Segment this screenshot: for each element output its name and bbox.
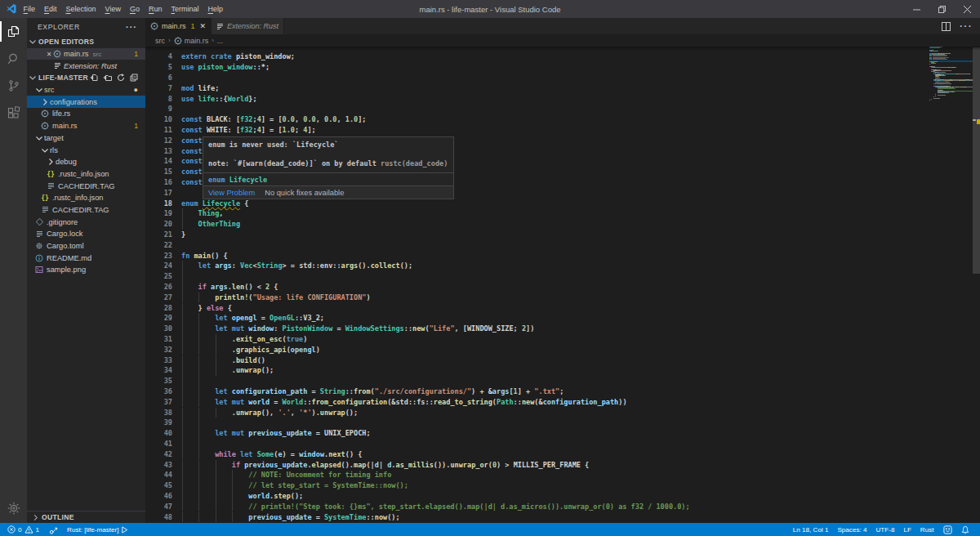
activity-explorer-icon[interactable]	[0, 18, 27, 45]
cursor-position-status[interactable]: Ln 18, Col 1	[788, 526, 833, 534]
open-editor-extension-rust[interactable]: Extension: Rust	[27, 60, 145, 72]
line-number: 39	[145, 418, 172, 428]
line-number: 19	[145, 208, 172, 219]
code-editor[interactable]: 4extern crate piston_window;5use piston_…	[145, 47, 980, 523]
code-line-text: // NOTE: Uncomment for timing info	[181, 470, 391, 480]
tree-item-configurations[interactable]: configurations	[27, 96, 145, 108]
code-line-text: use life::{World};	[181, 94, 257, 105]
open-editors-header[interactable]: OPEN EDITORS	[27, 36, 145, 48]
eol-status[interactable]: LF	[899, 526, 915, 534]
close-tab-icon[interactable]: ✕	[200, 22, 207, 30]
code-line-text: const	[181, 177, 203, 188]
encoding-status[interactable]: UTF-8	[871, 526, 899, 534]
tree-item-readme-md[interactable]: README.md	[27, 252, 145, 264]
notifications-bell[interactable]	[956, 525, 973, 534]
breadcrumb-item[interactable]: ...	[217, 37, 224, 45]
menu-help[interactable]: Help	[203, 0, 228, 18]
more-actions-icon[interactable]: ···	[959, 19, 972, 34]
code-line-text: extern crate piston_window;	[181, 51, 295, 62]
tree-item-rls[interactable]: rls	[27, 144, 145, 156]
tab-label: Extension: Rust	[227, 22, 278, 30]
outline-section-header[interactable]: OUTLINE	[27, 511, 145, 523]
line-number: 17	[145, 188, 172, 199]
tree-item--rustc-info-json[interactable]: {}.rustc_info.json	[27, 168, 145, 181]
language-status[interactable]: Rust: [life-master]	[63, 526, 132, 534]
tree-item-target[interactable]: target	[27, 132, 145, 145]
scrollbar[interactable]	[973, 47, 980, 523]
hover-status-bar: View Problem No quick fixes available	[203, 185, 453, 199]
tree-item-debug[interactable]: debug	[27, 156, 145, 168]
tree-item-cachedir-tag[interactable]: CACHEDIR.TAG	[27, 204, 145, 217]
tab-bar: main.rs1✕Extension: Rust···	[145, 18, 980, 34]
rust-file-icon	[41, 109, 49, 118]
language-mode-status[interactable]: Rust	[915, 526, 938, 534]
tree-item-src[interactable]: src●	[27, 84, 145, 96]
tree-item-cargo-toml[interactable]: Cargo.toml	[27, 240, 145, 252]
menu-file[interactable]: File	[19, 0, 40, 18]
line-number: 44	[145, 470, 172, 480]
hover-note-source: rustc(dead_code)	[381, 159, 448, 168]
open-editor-label: Extension: Rust	[64, 62, 117, 70]
folder-section-header[interactable]: LIFE-MASTER	[27, 72, 145, 84]
activity-extensions-icon[interactable]	[0, 99, 27, 126]
menu-terminal[interactable]: Terminal	[167, 0, 203, 18]
close-window-button[interactable]	[955, 0, 980, 18]
explorer-title-label: EXPLORER	[38, 23, 80, 31]
menu-view[interactable]: View	[100, 0, 125, 18]
new-file-icon[interactable]	[90, 74, 98, 82]
problems-status[interactable]: 0 1	[3, 525, 43, 534]
menu-edit[interactable]: Edit	[40, 0, 62, 18]
code-line-text: .exit_on_esc(true)	[181, 334, 307, 345]
menu-go[interactable]: Go	[125, 0, 144, 18]
menu-run[interactable]: Run	[144, 0, 167, 18]
tree-item-life-rs[interactable]: life.rs	[27, 108, 145, 120]
open-editor-main-rs[interactable]: ✕main.rssrc1	[27, 48, 145, 60]
line-number: 48	[145, 512, 172, 523]
minimap[interactable]	[929, 47, 973, 523]
tree-item-main-rs[interactable]: main.rs1	[27, 120, 145, 132]
refresh-icon[interactable]	[117, 74, 125, 82]
split-editor-icon[interactable]	[942, 22, 951, 31]
menu-selection[interactable]: Selection	[61, 0, 100, 18]
tree-item--rustc-info-json[interactable]: {}.rustc_info.json	[27, 192, 145, 204]
code-line-text: let mut previous_update = UNIX_EPOCH;	[181, 428, 371, 439]
tree-item-cargo-lock[interactable]: Cargo.lock	[27, 228, 145, 240]
feedback-button[interactable]	[938, 525, 956, 534]
scrollbar-slider[interactable]	[973, 47, 980, 274]
tab-extension-rust[interactable]: Extension: Rust	[212, 18, 284, 34]
activity-source-control-icon[interactable]	[0, 72, 27, 99]
new-folder-icon[interactable]	[103, 74, 112, 82]
indent-guide	[182, 271, 183, 282]
minimize-button[interactable]	[904, 0, 929, 18]
line-number: 10	[145, 114, 172, 125]
rust-file-icon	[41, 122, 49, 130]
indentation-status[interactable]: Spaces: 4	[833, 526, 871, 534]
close-editor-icon[interactable]: ✕	[45, 51, 53, 58]
breadcrumb-item[interactable]: main.rs	[174, 37, 209, 45]
open-editor-label: main.rs	[64, 50, 88, 58]
tree-item-cachedir-tag[interactable]: CACHEDIR.TAG	[27, 180, 145, 192]
breadcrumb-item[interactable]: src	[155, 37, 165, 45]
activity-search-icon[interactable]	[0, 45, 27, 72]
code-line-text: mod life;	[181, 83, 219, 94]
line-number: 45	[145, 480, 172, 491]
activity-manage-icon[interactable]	[0, 494, 27, 521]
code-line-text: const	[181, 136, 203, 146]
tree-item--gitignore[interactable]: .gitignore	[27, 216, 145, 228]
code-line-text: }	[181, 230, 185, 240]
collapse-all-icon[interactable]	[130, 74, 138, 82]
vscode-logo-icon	[7, 4, 16, 14]
tree-item-sample-png[interactable]: sample.png	[27, 264, 145, 276]
no-quick-fixes-label: No quick fixes available	[265, 189, 344, 197]
hover-tooltip: enum is never used: `Lifecycle` note: `#…	[203, 136, 454, 199]
rust-file-icon	[53, 50, 61, 58]
explorer-more-actions-icon[interactable]: ···	[126, 22, 137, 32]
view-problem-link[interactable]: View Problem	[208, 189, 255, 197]
rust-analyzer-status[interactable]	[45, 525, 62, 534]
tab-main-rs[interactable]: main.rs1✕	[145, 18, 212, 34]
line-number: 35	[145, 376, 172, 386]
tree-item-label: CACHEDIR.TAG	[58, 182, 115, 190]
restore-button[interactable]	[929, 0, 955, 18]
doc-file-icon	[35, 230, 43, 238]
tree-item-label: .rustc_info.json	[58, 170, 109, 178]
